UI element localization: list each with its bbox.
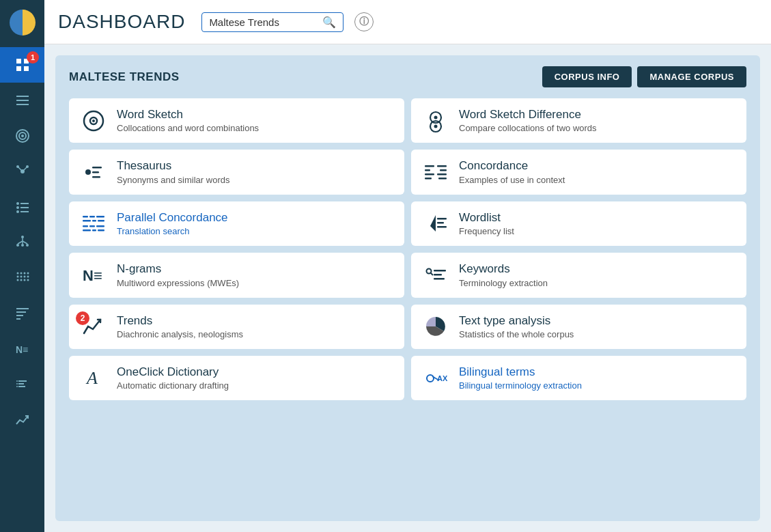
target-icon [14, 128, 31, 144]
svg-point-15 [16, 202, 19, 205]
main-content: DASHBOARD 🔍 ⓘ MALTESE TRENDS CORPUS INFO… [44, 0, 771, 532]
svg-rect-44 [16, 318, 20, 320]
sidebar-item-wordlist[interactable] [0, 296, 44, 331]
trends-badge: 2 [76, 311, 89, 325]
sidebar-item-dashboard[interactable]: 1 [0, 47, 44, 83]
svg-point-19 [16, 210, 19, 213]
card-parallel-concordance[interactable]: Parallel Concordance Translation search [69, 201, 404, 246]
text-type-title: Text type analysis [459, 314, 574, 328]
svg-point-48 [16, 386, 18, 387]
svg-rect-67 [438, 178, 447, 180]
card-thesaurus[interactable]: Thesaurus Synonyms and similar words [69, 150, 404, 194]
svg-point-85 [427, 268, 432, 273]
svg-rect-66 [437, 173, 447, 176]
svg-line-26 [18, 241, 23, 244]
wordlist-text: Wordlist Frequency list [459, 211, 514, 236]
svg-rect-82 [437, 222, 444, 224]
card-wordlist[interactable]: Wordlist Frequency list [411, 201, 746, 246]
svg-point-33 [16, 276, 18, 278]
search-button[interactable]: 🔍 [322, 16, 336, 29]
oneclick-card-icon: A [80, 366, 107, 391]
word-sketch-diff-subtitle: Compare collocations of two words [459, 123, 597, 133]
sidebar-item-dots-grid[interactable] [0, 260, 44, 296]
svg-point-46 [16, 380, 18, 382]
sidebar-item-list[interactable] [0, 83, 44, 118]
info-button[interactable]: ⓘ [354, 12, 374, 31]
svg-rect-20 [20, 211, 29, 212]
svg-line-14 [23, 167, 27, 171]
manage-corpus-button[interactable]: MANAGE CORPUS [637, 66, 746, 87]
sidebar-keywords-icon [14, 376, 31, 393]
header: DASHBOARD 🔍 ⓘ [44, 0, 771, 44]
sidebar-item-ngrams[interactable]: N≡ [0, 331, 44, 367]
oneclick-text: OneClick Dictionary Automatic dictionary… [117, 365, 229, 391]
sidebar-item-trends[interactable] [0, 402, 44, 438]
wordlist-card-icon [422, 211, 449, 236]
svg-rect-89 [434, 278, 445, 280]
word-sketch-diff-text: Word Sketch Difference Compare collocati… [459, 108, 597, 133]
parallel-concordance-icon [80, 211, 107, 236]
card-text-type[interactable]: Text type analysis Statistics of the who… [411, 305, 746, 349]
svg-point-34 [20, 276, 22, 278]
parallel-concordance-subtitle: Translation search [117, 226, 228, 236]
sidebar-item-hierarchy[interactable] [0, 225, 44, 260]
word-sketch-diff-icon [422, 109, 449, 133]
bilingual-title: Bilingual terms [459, 365, 582, 379]
sidebar-wordlist-icon [14, 305, 31, 322]
trends-title: Trends [117, 314, 243, 328]
sidebar-item-target[interactable] [0, 118, 44, 154]
svg-point-53 [434, 115, 438, 119]
sidebar-item-keywords[interactable] [0, 367, 44, 402]
sidebar-item-bullet-list[interactable] [0, 189, 44, 225]
card-word-sketch-diff[interactable]: Word Sketch Difference Compare collocati… [411, 98, 746, 143]
svg-point-40 [27, 279, 29, 281]
svg-rect-69 [89, 216, 95, 218]
ngrams-card-icon: N≡ [80, 263, 107, 288]
trends-text: Trends Diachronic analysis, neologisms [117, 314, 243, 339]
bilingual-card-icon: AX [422, 366, 449, 391]
sidebar-item-nodes[interactable] [0, 154, 44, 189]
svg-rect-58 [92, 171, 99, 173]
sidebar-ngrams-icon: N≡ [14, 341, 31, 357]
svg-point-17 [16, 206, 19, 209]
svg-point-30 [20, 272, 22, 275]
svg-rect-72 [92, 220, 96, 222]
svg-rect-6 [16, 104, 29, 105]
card-ngrams[interactable]: N≡ N-grams Multiword expressions (MWEs) [69, 253, 404, 297]
svg-rect-5 [16, 100, 29, 101]
thesaurus-title: Thesaurus [117, 159, 229, 173]
card-trends[interactable]: 2 Trends Diachronic analysis, neologisms [69, 305, 404, 349]
hierarchy-icon [14, 234, 31, 251]
svg-point-35 [23, 276, 25, 278]
card-bilingual[interactable]: AX Bilingual terms Bilingual terminology… [411, 356, 746, 400]
concordance-icon [422, 160, 449, 184]
svg-rect-4 [16, 96, 29, 97]
wordlist-subtitle: Frequency list [459, 226, 514, 236]
panel-title: MALTESE TRENDS [69, 70, 180, 84]
svg-point-22 [16, 244, 19, 247]
card-keywords[interactable]: Keywords Terminology extraction [411, 253, 746, 297]
svg-point-32 [27, 272, 29, 275]
card-word-sketch[interactable]: Word Sketch Collocations and word combin… [69, 98, 404, 143]
card-concordance[interactable]: Concordance Examples of use in context [411, 150, 746, 194]
svg-rect-63 [425, 178, 432, 180]
svg-point-36 [27, 276, 29, 278]
svg-point-38 [20, 279, 22, 281]
page-title: DASHBOARD [58, 11, 185, 33]
svg-line-28 [23, 241, 27, 244]
oneclick-subtitle: Automatic dictionary drafting [117, 380, 229, 391]
svg-point-56 [85, 169, 91, 175]
svg-text:AX: AX [437, 374, 448, 382]
bullet-list-icon [14, 199, 31, 215]
corpus-info-button[interactable]: CORPUS INFO [542, 66, 632, 87]
svg-point-21 [21, 236, 24, 238]
card-oneclick[interactable]: A OneClick Dictionary Automatic dictiona… [69, 356, 404, 400]
svg-point-31 [23, 272, 25, 275]
keywords-card-icon [422, 263, 449, 288]
svg-point-24 [26, 244, 29, 247]
svg-rect-68 [83, 216, 88, 218]
search-input[interactable] [209, 16, 318, 28]
thesaurus-icon [80, 160, 107, 184]
ngrams-text: N-grams Multiword expressions (MWEs) [117, 262, 239, 288]
svg-rect-77 [83, 229, 91, 232]
